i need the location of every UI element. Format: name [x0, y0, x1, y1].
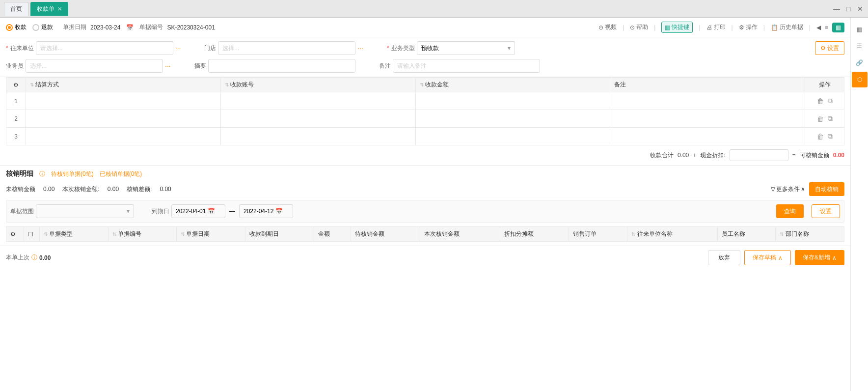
action-col-label: 操作 [819, 81, 831, 88]
video-btn[interactable]: ⊙ 视频 [598, 23, 617, 31]
tab-receipt-close[interactable]: ✕ [57, 6, 62, 12]
row-1-settlement[interactable] [26, 92, 221, 110]
table-layout-icon: ▦ [857, 26, 862, 33]
row-3-delete-icon[interactable]: 🗑 [817, 133, 824, 140]
row-1-delete-icon[interactable]: 🗑 [817, 97, 824, 105]
grid-toggle-btn[interactable]: ▦ [832, 23, 844, 32]
row-2-remark[interactable] [610, 110, 805, 128]
row-2-amount[interactable] [415, 110, 610, 128]
row-1-remark-input[interactable] [610, 92, 805, 110]
staff-placeholder: 选择... [30, 62, 47, 70]
store-input[interactable]: 选择... [218, 41, 355, 55]
row-1-remark[interactable] [610, 92, 805, 110]
tab-receipt[interactable]: 收款单 ✕ [30, 2, 68, 16]
radio-return[interactable]: 退款 [32, 23, 53, 31]
row-1-copy-icon[interactable]: ⧉ [828, 97, 833, 105]
counterpart-more-btn[interactable]: ··· [175, 44, 181, 52]
save-new-button[interactable]: 保存&新增 ∧ [795, 250, 844, 265]
history-btn[interactable]: 📋 历史单据 [771, 23, 803, 31]
business-type-label: 业务类型 [391, 44, 415, 53]
row-2-amount-input[interactable] [416, 110, 610, 127]
sidebar-attachment-icon[interactable]: 🔗 [852, 55, 868, 71]
remark-input[interactable]: 请输入备注 [393, 59, 540, 73]
row-3-account[interactable] [220, 128, 415, 145]
row-1-account[interactable] [220, 92, 415, 110]
row-2-delete-icon[interactable]: 🗑 [817, 115, 824, 123]
row-1-settlement-input[interactable] [26, 92, 220, 110]
prev-btn[interactable]: ◀ [816, 24, 821, 31]
row-1-account-input[interactable] [221, 92, 415, 110]
pending-tab[interactable]: 待核销单据(0笔) [51, 170, 94, 178]
print-btn[interactable]: 🖨 打印 [706, 23, 726, 31]
business-type-arrow: ▾ [508, 45, 511, 52]
footer: 本单上次 ⓘ 0.00 放弃 保存草稿 ∧ 保存&新增 ∧ [0, 246, 850, 269]
more-conditions-btn[interactable]: ▽ 更多条件 ∧ [771, 185, 805, 194]
minimize-button[interactable]: — [833, 5, 841, 13]
setting-button[interactable]: ⚙ 设置 [815, 41, 844, 55]
summary-input[interactable] [208, 59, 355, 73]
row-1-amount-input[interactable] [416, 92, 610, 110]
store-more-btn[interactable]: ··· [357, 44, 363, 52]
btable-check-header[interactable]: ☐ [24, 227, 40, 242]
expand-layout-icon: ⬡ [857, 76, 862, 83]
save-new-label: 保存&新增 [803, 253, 830, 262]
business-type-select[interactable]: 预收款 ▾ [417, 41, 515, 55]
diff-label: 核销差额: [127, 185, 152, 194]
tab-home[interactable]: 首页 [4, 2, 28, 16]
cal-to-icon[interactable]: 📅 [275, 208, 283, 215]
sidebar-list-icon[interactable]: ☰ [852, 38, 868, 54]
radio-receipt[interactable]: 收款 [6, 23, 27, 31]
row-3-amount-input[interactable] [416, 128, 610, 145]
discount-input[interactable] [730, 149, 788, 161]
summary-label: 摘要 [194, 62, 206, 70]
footer-info-icon[interactable]: ⓘ [31, 253, 37, 262]
row-2-account-input[interactable] [221, 110, 415, 127]
sidebar-expand-icon[interactable]: ⬡ [852, 72, 868, 87]
gear-col-header[interactable]: ⚙ [6, 78, 26, 92]
row-2-settlement[interactable] [26, 110, 221, 128]
receipt-table-area: ⚙ ⇅ 结算方式 ⇅ 收款账号 ⇅ 收款金额 备注 [6, 77, 844, 145]
window-controls: — □ ✕ [833, 5, 864, 13]
remark-field: 备注 请输入备注 [379, 59, 540, 73]
range-select[interactable]: ▾ [36, 204, 134, 218]
date-from-input[interactable]: 2022-04-01 📅 [171, 204, 225, 218]
staff-more-btn[interactable]: ··· [165, 62, 171, 70]
row-3-account-input[interactable] [221, 128, 415, 145]
query-button[interactable]: 查询 [776, 204, 804, 218]
auto-verify-button[interactable]: 自动核销 [809, 182, 844, 196]
row-3-settlement-input[interactable] [26, 128, 220, 145]
maximize-button[interactable]: □ [844, 5, 852, 13]
row-2-copy-icon[interactable]: ⧉ [828, 114, 833, 123]
row-3-copy-icon[interactable]: ⧉ [828, 132, 833, 140]
verify-info-icon[interactable]: ⓘ [39, 170, 45, 178]
row-3-amount[interactable] [415, 128, 610, 145]
row-2-remark-input[interactable] [610, 110, 805, 127]
sidebar-table-icon[interactable]: ▦ [852, 22, 868, 37]
gear-icon: ⚙ [820, 45, 826, 52]
row-3-remark[interactable] [610, 128, 805, 145]
staff-input[interactable]: 选择... [26, 59, 163, 73]
counterpart-input[interactable]: 请选择... [36, 41, 173, 55]
counterpart-placeholder: 请选择... [40, 44, 63, 53]
close-button[interactable]: ✕ [856, 5, 864, 13]
btable-counterpart-header: ⇅ 往来单位名称 [627, 227, 717, 242]
save-draft-button[interactable]: 保存草稿 ∧ [744, 250, 791, 265]
row-1-amount[interactable] [415, 92, 610, 110]
plus-sign: + [693, 152, 696, 159]
row-3-remark-input[interactable] [610, 128, 805, 145]
operation-btn[interactable]: ⚙ 操作 [739, 23, 758, 31]
row-2-account[interactable] [220, 110, 415, 128]
done-tab[interactable]: 已核销单据(0笔) [100, 170, 142, 178]
btable-gear-header[interactable]: ⚙ [6, 227, 24, 242]
help-btn[interactable]: ⊙ 帮助 [630, 23, 648, 31]
view-toggle-btn[interactable]: ≡ [825, 24, 828, 31]
cal-from-icon[interactable]: 📅 [208, 208, 215, 215]
abandon-button[interactable]: 放弃 [708, 250, 740, 265]
tab-home-label: 首页 [10, 5, 22, 13]
date-to-input[interactable]: 2022-04-12 📅 [239, 204, 293, 218]
row-2-settlement-input[interactable] [26, 110, 220, 127]
shortcut-btn[interactable]: ▦ 快捷键 [661, 22, 693, 33]
calendar-icon[interactable]: 📅 [126, 24, 134, 31]
filter-settings-button[interactable]: 设置 [812, 204, 840, 218]
row-3-settlement[interactable] [26, 128, 221, 145]
